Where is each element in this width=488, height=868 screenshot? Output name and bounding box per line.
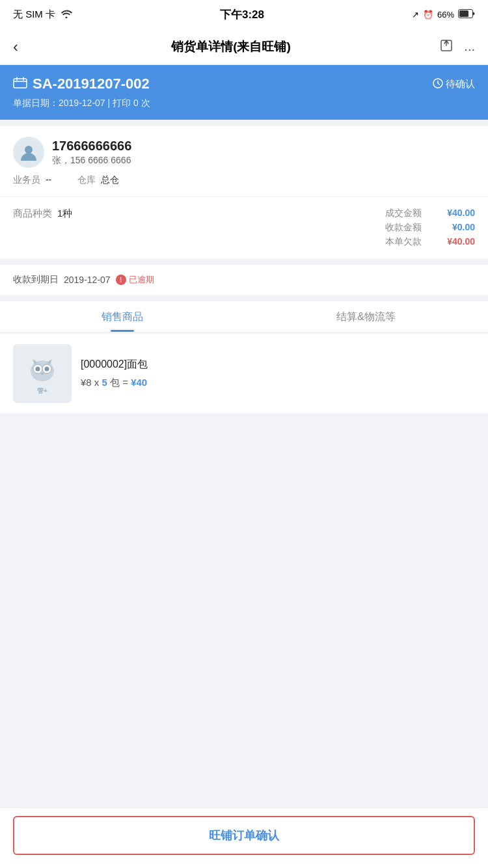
- share-icon[interactable]: [439, 38, 454, 55]
- amount-label: 成交金额: [385, 208, 422, 219]
- status-bar: 无 SIM 卡 下午3:28 ↗ ⏰ 66%: [0, 0, 488, 29]
- nav-bar: ‹ 销货单详情(来自旺铺) ...: [0, 29, 488, 65]
- tab-settlement[interactable]: 结算&物流等: [244, 301, 488, 332]
- amount-row: 成交金额 ¥40.00: [385, 208, 475, 219]
- product-price: ¥8 x 5 包 = ¥40: [81, 377, 475, 389]
- unit-price: ¥8: [81, 377, 92, 388]
- status-left: 无 SIM 卡: [13, 8, 72, 21]
- order-header: SA-20191207-002 待确认 单据日期：2019-12-07 | 打印…: [0, 65, 488, 120]
- bottom-padding: [0, 543, 488, 595]
- product-card: 管+ [0000002]面包 ¥8 x 5 包 = ¥40: [0, 334, 488, 413]
- received-row: 收款金额 ¥0.00: [385, 222, 475, 234]
- order-id-row: SA-20191207-002: [13, 75, 150, 92]
- order-icon: [13, 77, 27, 91]
- unit: 包: [110, 377, 120, 388]
- overdue-dot: !: [116, 275, 126, 285]
- nav-title: 销货单详情(来自旺铺): [39, 38, 423, 55]
- warehouse-label: 仓库: [77, 174, 96, 185]
- product-info: [0000002]面包 ¥8 x 5 包 = ¥40: [81, 358, 475, 389]
- customer-card: 17666666666 张，156 6666 6666 业务员 -- 仓库 总仓: [0, 126, 488, 197]
- tab-sales-product[interactable]: 销售商品: [0, 301, 244, 332]
- amount-value: ¥40.00: [429, 208, 475, 219]
- svg-point-5: [25, 146, 33, 154]
- due-date-row: 收款到期日 2019-12-07 ! 已逾期: [0, 265, 488, 295]
- received-label: 收款金额: [385, 222, 422, 234]
- customer-info: 17666666666 张，156 6666 6666: [52, 139, 131, 167]
- order-status: 待确认: [433, 78, 475, 90]
- balance-value: ¥40.00: [429, 236, 475, 248]
- battery-icon: [458, 9, 475, 20]
- overdue-label: 已逾期: [129, 274, 154, 286]
- order-date: 单据日期：2019-12-07 | 打印 0 次: [13, 98, 475, 109]
- customer-name: 张，156 6666 6666: [52, 155, 131, 167]
- status-time: 下午3:28: [220, 7, 264, 22]
- warehouse-value: 总仓: [101, 174, 119, 185]
- empty-area: [0, 413, 488, 543]
- location-icon: ↗: [412, 10, 419, 20]
- status-text: 待确认: [446, 78, 475, 90]
- nav-actions: ...: [423, 38, 475, 55]
- back-button[interactable]: ‹: [13, 38, 39, 56]
- due-date-value: 2019-12-07: [64, 275, 111, 285]
- balance-row: 本单欠款 ¥40.00: [385, 236, 475, 248]
- warehouse-meta: 仓库 总仓: [77, 174, 119, 186]
- tabs-bar: 销售商品 结算&物流等: [0, 301, 488, 332]
- multiply-sign: x: [94, 377, 102, 388]
- more-button[interactable]: ...: [464, 39, 475, 54]
- equals-sign: =: [122, 377, 131, 388]
- overdue-badge: ! 已逾期: [116, 274, 154, 286]
- customer-phone: 17666666666: [52, 139, 131, 154]
- total-price: ¥40: [131, 377, 147, 388]
- sales-label: 业务员: [13, 174, 40, 185]
- summary-card: 商品种类 1种 成交金额 ¥40.00 收款金额 ¥0.00 本单欠款 ¥40.…: [0, 197, 488, 258]
- avatar: [13, 137, 44, 168]
- product-name: [0000002]面包: [81, 358, 475, 372]
- type-label: 商品种类: [13, 208, 52, 220]
- svg-point-9: [36, 367, 40, 372]
- summary-left: 商品种类 1种: [13, 208, 72, 220]
- customer-row: 17666666666 张，156 6666 6666: [13, 137, 475, 168]
- status-right: ↗ ⏰ 66%: [412, 9, 475, 20]
- wifi-icon: [61, 9, 72, 20]
- summary-right: 成交金额 ¥40.00 收款金额 ¥0.00 本单欠款 ¥40.00: [385, 208, 475, 248]
- carrier-text: 无 SIM 卡: [13, 8, 55, 21]
- clock-icon: [433, 78, 443, 90]
- svg-rect-3: [14, 79, 27, 88]
- received-value: ¥0.00: [429, 222, 475, 234]
- battery-text: 66%: [437, 10, 454, 20]
- sales-value: --: [46, 174, 51, 185]
- alarm-icon: ⏰: [423, 10, 433, 20]
- type-value: 1种: [57, 208, 72, 220]
- product-owl-logo: 管+: [26, 351, 59, 396]
- summary-row: 商品种类 1种 成交金额 ¥40.00 收款金额 ¥0.00 本单欠款 ¥40.…: [13, 208, 475, 248]
- svg-point-10: [45, 367, 49, 372]
- bottom-bar: 旺铺订单确认: [0, 807, 488, 868]
- balance-label: 本单欠款: [385, 236, 422, 248]
- due-date-label: 收款到期日: [13, 274, 59, 286]
- quantity: 5: [102, 377, 107, 388]
- confirm-button[interactable]: 旺铺订单确认: [13, 816, 475, 855]
- sales-meta: 业务员 --: [13, 174, 51, 186]
- customer-meta: 业务员 -- 仓库 总仓: [13, 174, 475, 186]
- order-id: SA-20191207-002: [33, 75, 150, 92]
- svg-rect-1: [459, 10, 468, 17]
- product-thumbnail: 管+: [13, 344, 72, 403]
